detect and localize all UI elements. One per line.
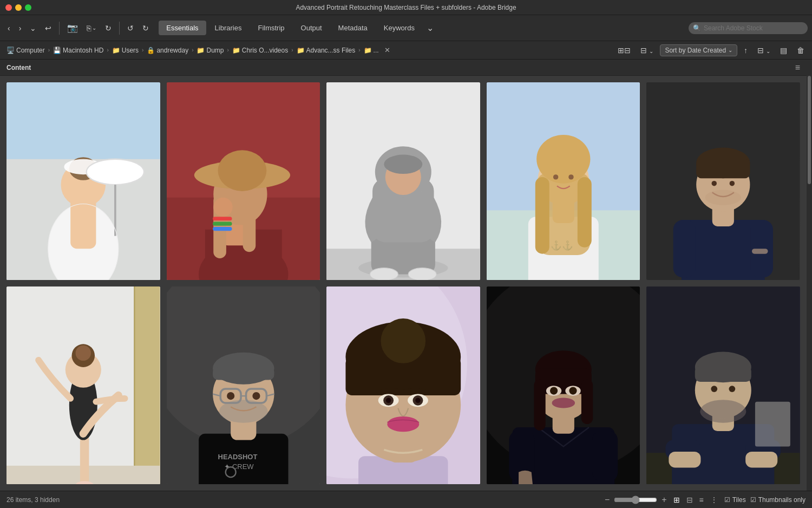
breadcrumb-close-button[interactable]: ✕ bbox=[382, 45, 392, 55]
svg-rect-78 bbox=[213, 367, 274, 380]
tab-keywords[interactable]: Keywords bbox=[376, 21, 422, 35]
tab-filmstrip[interactable]: Filmstrip bbox=[250, 21, 292, 35]
refresh-button[interactable]: ↻ bbox=[102, 22, 115, 35]
svg-point-130 bbox=[711, 386, 718, 392]
thumbnail-item-10[interactable] bbox=[646, 286, 800, 484]
grid-view-toggle-button[interactable]: ⊞⊟ bbox=[614, 44, 634, 56]
sort-chevron-icon: ⌄ bbox=[728, 47, 732, 53]
thumbnail-item-8[interactable] bbox=[326, 286, 480, 484]
svg-rect-111 bbox=[534, 379, 545, 431]
redo-button[interactable]: ↻ bbox=[139, 22, 152, 35]
thumbnail-item-6[interactable] bbox=[6, 286, 160, 484]
svg-point-97 bbox=[386, 398, 391, 403]
status-bar: 26 items, 3 hidden − + ⊞ ⊟ ≡ ⋮ ☑ Tiles ☑… bbox=[0, 491, 812, 508]
breadcrumb-users-label: Users bbox=[122, 47, 139, 54]
breadcrumb-arrow-5: › bbox=[227, 47, 229, 53]
undo-button[interactable]: ↺ bbox=[124, 22, 137, 35]
breadcrumb-ellipsis[interactable]: 📁 ... bbox=[362, 45, 381, 55]
folder-icon-4: 📁 bbox=[297, 47, 305, 54]
breadcrumb-advance-files[interactable]: 📁 Advanc...ss Files bbox=[294, 45, 358, 55]
copy-chevron-icon: ⌄ bbox=[92, 25, 96, 31]
tab-libraries[interactable]: Libraries bbox=[207, 21, 250, 35]
breadcrumb-arrow-1: › bbox=[48, 47, 50, 53]
thumbnail-item-7[interactable]: HEADSHOT ✦ CREW bbox=[167, 286, 320, 484]
content-area: Content ≡ bbox=[0, 60, 812, 491]
thumbnail-item-4[interactable]: ⚓⚓ bbox=[487, 82, 640, 280]
breadcrumb-arrow-7: › bbox=[358, 47, 360, 53]
list-large-view-button[interactable]: ⊟ bbox=[684, 494, 695, 505]
back-button[interactable]: ‹ bbox=[4, 22, 14, 35]
tab-output[interactable]: Output bbox=[293, 21, 330, 35]
list-view-button[interactable]: ≡ bbox=[697, 494, 706, 505]
breadcrumb-ellipsis-label: ... bbox=[374, 47, 379, 54]
svg-point-21 bbox=[213, 198, 232, 217]
thumbnail-view-icon: ⊟ bbox=[757, 46, 764, 55]
svg-rect-123 bbox=[669, 452, 701, 468]
folder-icon-5: 📁 bbox=[364, 47, 372, 54]
more-workspaces-button[interactable]: ⌄ bbox=[423, 21, 437, 35]
reveal-button[interactable]: ↩ bbox=[42, 22, 55, 35]
thumbnails-only-checkbox[interactable]: ☑ bbox=[750, 496, 756, 504]
item-count: 26 items, 3 hidden bbox=[6, 496, 60, 504]
breadcrumb-chris-videos[interactable]: 📁 Chris O...videos bbox=[230, 45, 290, 55]
grid-view-button[interactable]: ⊞ bbox=[671, 494, 682, 505]
sort-dropdown[interactable]: Sort by Date Created ⌄ bbox=[660, 44, 737, 56]
thumbnail-item-3[interactable] bbox=[326, 82, 480, 280]
thumbnail-item-1[interactable] bbox=[6, 82, 160, 280]
svg-point-100 bbox=[415, 398, 420, 403]
svg-point-58 bbox=[705, 190, 741, 205]
tiles-checkbox[interactable]: ☑ bbox=[724, 496, 730, 504]
history-dropdown-button[interactable]: ⌄ bbox=[27, 22, 40, 35]
svg-rect-55 bbox=[697, 159, 750, 178]
thumbnail-view-button[interactable]: ⊟ ⌄ bbox=[754, 44, 774, 56]
thumbnail-item-9[interactable] bbox=[487, 286, 640, 484]
thumbnail-item-2[interactable] bbox=[167, 82, 320, 280]
breadcrumb-users[interactable]: 📁 Users bbox=[110, 45, 141, 55]
breadcrumb-arrow-4: › bbox=[192, 47, 193, 53]
breadcrumb-arrow-2: › bbox=[107, 47, 108, 53]
details-view-button[interactable]: ⋮ bbox=[708, 494, 720, 505]
window-title: Advanced Portrait Retouching Masterclass… bbox=[296, 4, 516, 11]
zoom-slider[interactable] bbox=[614, 496, 657, 504]
breadcrumb-chris-label: Chris O...videos bbox=[242, 47, 288, 54]
breadcrumb-macintosh-hd[interactable]: 💾 Macintosh HD bbox=[51, 45, 106, 55]
camera-settings-button[interactable]: 📷 bbox=[64, 21, 81, 35]
folder-icon-2: 📁 bbox=[197, 47, 205, 54]
forward-button[interactable]: › bbox=[16, 22, 25, 35]
content-menu-button[interactable]: ≡ bbox=[795, 63, 800, 73]
zoom-in-button[interactable]: + bbox=[662, 495, 666, 505]
zoom-out-button[interactable]: − bbox=[605, 495, 610, 505]
breadcrumb-right-controls: ⊞⊟ ⊟ ⌄ Sort by Date Created ⌄ ↑ ⊟ ⌄ ▤ 🗑 bbox=[614, 44, 808, 56]
close-button[interactable] bbox=[5, 4, 12, 11]
undo-icon: ↺ bbox=[127, 24, 134, 32]
grid-list-view-button[interactable]: ▤ bbox=[777, 44, 790, 56]
content-header: Content ≡ bbox=[0, 60, 807, 76]
tiles-checkbox-wrap: ☑ Tiles bbox=[724, 496, 746, 504]
delete-button[interactable]: 🗑 bbox=[794, 44, 808, 56]
svg-point-117 bbox=[552, 398, 575, 408]
breadcrumb-computer[interactable]: 🖥️ Computer bbox=[4, 45, 47, 55]
copy-button[interactable]: ⎘ ⌄ bbox=[83, 22, 100, 35]
filter-button[interactable]: ⊟ ⌄ bbox=[637, 44, 657, 56]
sort-direction-button[interactable]: ↑ bbox=[741, 44, 751, 56]
thumbnail-item-5[interactable] bbox=[646, 82, 800, 280]
scrollbar-track[interactable] bbox=[807, 60, 812, 491]
search-input[interactable] bbox=[689, 22, 808, 34]
breadcrumb-arrow-6: › bbox=[291, 47, 293, 53]
minimize-button[interactable] bbox=[15, 4, 22, 11]
svg-point-86 bbox=[252, 392, 260, 400]
svg-rect-43 bbox=[535, 177, 549, 254]
svg-rect-24 bbox=[213, 227, 232, 231]
thumbnails-only-label: Thumbnails only bbox=[758, 496, 806, 504]
breadcrumb-andrewday[interactable]: 🔒 andrewday bbox=[145, 45, 191, 55]
tab-essentials[interactable]: Essentials bbox=[159, 21, 206, 35]
separator-1 bbox=[59, 22, 60, 35]
maximize-button[interactable] bbox=[25, 4, 31, 11]
main-panel: Content ≡ bbox=[0, 60, 807, 491]
tab-metadata[interactable]: Metadata bbox=[331, 21, 375, 35]
svg-rect-18 bbox=[243, 194, 256, 252]
svg-point-101 bbox=[387, 416, 419, 432]
breadcrumb-dump[interactable]: 📁 Dump bbox=[194, 45, 226, 55]
drive-icon: 💾 bbox=[53, 47, 61, 54]
svg-point-57 bbox=[730, 181, 735, 186]
